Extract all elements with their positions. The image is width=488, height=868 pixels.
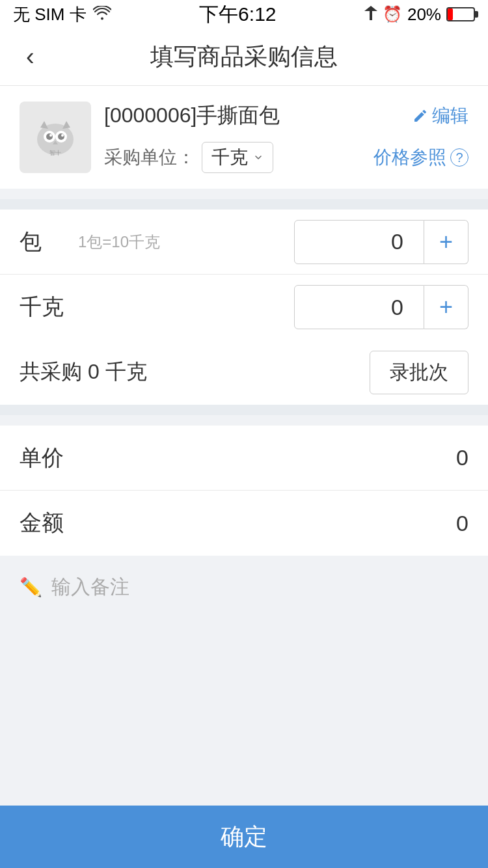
confirm-button-label: 确定 [221, 821, 267, 853]
kg-qty-input[interactable] [294, 285, 424, 329]
location-icon [364, 5, 377, 25]
svg-point-8 [49, 134, 52, 137]
wifi-icon [93, 5, 111, 25]
remark-section[interactable]: ✏️ 输入备注 [0, 556, 488, 619]
price-info-section: 单价 0 金额 0 [0, 426, 488, 556]
alarm-icon: ⏰ [383, 5, 402, 23]
divider-2 [0, 405, 488, 415]
bao-label: 包 [20, 227, 72, 257]
batch-button[interactable]: 录批次 [370, 351, 468, 394]
svg-rect-0 [370, 11, 372, 20]
bao-input-control: + [294, 220, 468, 264]
product-thumbnail: 智十 [20, 102, 91, 173]
battery-percent: 20% [407, 5, 441, 25]
svg-point-9 [61, 134, 64, 137]
svg-marker-2 [40, 121, 48, 129]
unit-price-row: 单价 0 [0, 426, 488, 491]
kg-label: 千克 [20, 292, 72, 322]
svg-marker-3 [62, 121, 70, 129]
bao-plus-button[interactable]: + [424, 220, 468, 264]
unit-label: 采购单位： [104, 145, 195, 170]
kg-input-control: + [294, 285, 468, 329]
svg-point-6 [46, 133, 53, 140]
content-spacer [0, 619, 488, 814]
kg-input-row: 千克 + [0, 275, 488, 340]
price-ref-button[interactable]: 价格参照 ? [373, 145, 468, 170]
bao-input-row: 包 1包=10千克 + [0, 210, 488, 275]
kg-plus-button[interactable]: + [424, 285, 468, 329]
bao-qty-input[interactable] [294, 220, 424, 264]
status-bar-right: ⏰ 20% [364, 5, 475, 25]
product-name-row: [0000006]手撕面包 编辑 [104, 102, 468, 130]
remark-placeholder: 输入备注 [51, 574, 129, 601]
unit-select[interactable]: 千克 [202, 142, 273, 173]
confirm-bar[interactable]: 确定 [0, 806, 488, 868]
back-button[interactable]: ‹ [20, 36, 41, 77]
product-name: [0000006]手撕面包 [104, 102, 280, 130]
unit-price-label: 单价 [20, 443, 64, 473]
amount-row: 金额 0 [0, 491, 488, 556]
status-bar: 无 SIM 卡 下午6:12 ⏰ 20% [0, 0, 488, 29]
product-info: [0000006]手撕面包 编辑 采购单位： 千克 价格参照 [104, 102, 468, 173]
nav-bar: ‹ 填写商品采购信息 [0, 29, 488, 86]
product-card: 智十 [0000006]手撕面包 编辑 采购单位： 千克 [0, 86, 488, 189]
page-title: 填写商品采购信息 [150, 41, 338, 73]
pencil-icon: ✏️ [20, 576, 42, 598]
battery-icon [446, 7, 475, 21]
time-label: 下午6:12 [199, 1, 276, 28]
amount-value: 0 [456, 511, 468, 536]
status-bar-left: 无 SIM 卡 [13, 3, 111, 26]
amount-label: 金额 [20, 508, 64, 538]
svg-point-7 [58, 133, 64, 140]
divider-1 [0, 199, 488, 210]
help-icon: ? [450, 148, 468, 167]
svg-text:智十: 智十 [49, 150, 61, 156]
carrier-label: 无 SIM 卡 [13, 3, 87, 26]
quantity-section: 包 1包=10千克 + 千克 + [0, 210, 488, 340]
summary-row: 共采购 0 千克 录批次 [0, 340, 488, 405]
unit-price-value: 0 [456, 445, 468, 470]
edit-button[interactable]: 编辑 [413, 103, 468, 128]
unit-row: 采购单位： 千克 价格参照 ? [104, 142, 468, 173]
bao-hint: 1包=10千克 [78, 232, 294, 252]
summary-text: 共采购 0 千克 [20, 358, 147, 387]
